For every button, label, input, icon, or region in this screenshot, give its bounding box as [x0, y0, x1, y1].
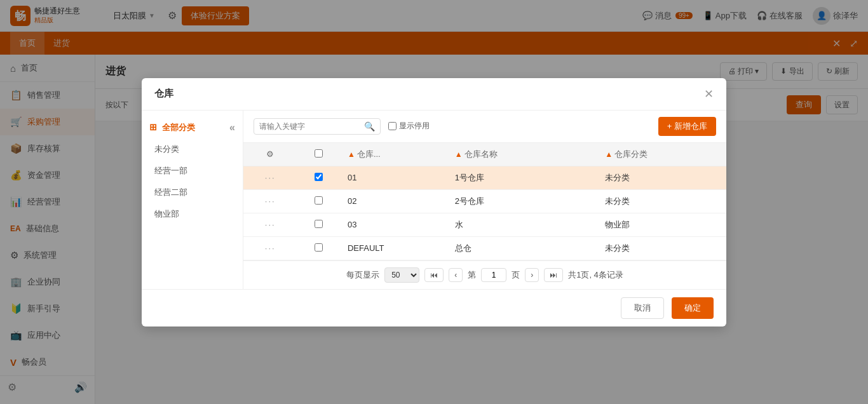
- collapse-icon[interactable]: «: [229, 122, 235, 133]
- modal-table: ⚙ ▲ 仓库... ▲: [243, 143, 726, 260]
- sort-up-icon-2: ▲: [455, 150, 463, 159]
- page-size-label: 每页显示: [346, 269, 379, 281]
- confirm-button[interactable]: 确定: [672, 297, 714, 319]
- grid-icon: ⊞: [149, 122, 157, 132]
- th-name: ▲ 仓库名称: [447, 143, 597, 166]
- row-ops-icon: ···: [265, 220, 276, 229]
- category-operations-1-label: 经营一部: [154, 166, 187, 175]
- row-ops-icon: ···: [265, 173, 276, 182]
- row-checkbox-cell: [297, 166, 340, 189]
- warehouse-modal: 仓库 ✕ ⊞ 全部分类 « 未分类 经营一部: [142, 78, 726, 327]
- th-gear: ⚙: [243, 143, 297, 166]
- row-checkbox[interactable]: [315, 173, 323, 181]
- row-ops-cell: ···: [243, 189, 297, 213]
- search-icon[interactable]: 🔍: [364, 121, 375, 131]
- row-ops-cell: ···: [243, 166, 297, 189]
- category-unclassified[interactable]: 未分类: [142, 138, 243, 160]
- show-disabled-checkbox-label[interactable]: 显示停用: [388, 121, 430, 131]
- th-category-label: 仓库分类: [614, 149, 648, 160]
- category-panel: ⊞ 全部分类 « 未分类 经营一部 经营二部 物业部: [142, 111, 243, 289]
- table-row[interactable]: ··· 01 1号仓库 未分类: [243, 166, 726, 189]
- all-categories-label: 全部分类: [162, 123, 195, 132]
- category-operations-2-label: 经营二部: [154, 187, 187, 197]
- row-name: 水: [447, 213, 597, 236]
- modal-title: 仓库: [154, 88, 173, 100]
- all-categories-item[interactable]: ⊞ 全部分类 «: [142, 117, 243, 138]
- table-body: ··· 01 1号仓库 未分类 ··· 02 2号仓库 未分类 ··· 03 水…: [243, 166, 726, 260]
- row-checkbox-cell: [297, 236, 340, 260]
- show-disabled-checkbox[interactable]: [388, 122, 397, 130]
- table-row[interactable]: ··· 02 2号仓库 未分类: [243, 189, 726, 213]
- category-unclassified-label: 未分类: [154, 144, 179, 154]
- table-row[interactable]: ··· DEFAULT 总仓 未分类: [243, 236, 726, 260]
- row-code: 01: [340, 166, 447, 189]
- row-ops-cell: ···: [243, 236, 297, 260]
- row-code: 02: [340, 189, 447, 213]
- row-checkbox[interactable]: [315, 220, 323, 228]
- page-word: 第: [468, 269, 476, 281]
- row-ops-icon: ···: [265, 243, 276, 253]
- search-box: 🔍: [254, 118, 381, 135]
- category-property-label: 物业部: [154, 209, 179, 219]
- show-disabled-text: 显示停用: [399, 121, 430, 131]
- table-header-row: ⚙ ▲ 仓库... ▲: [243, 143, 726, 166]
- sort-up-icon-3: ▲: [605, 150, 613, 159]
- th-category: ▲ 仓库分类: [597, 143, 726, 166]
- page-input[interactable]: [481, 268, 506, 282]
- search-input[interactable]: [259, 122, 360, 131]
- add-warehouse-button[interactable]: + 新增仓库: [658, 117, 716, 136]
- page-next-button[interactable]: ›: [525, 268, 539, 282]
- row-name: 2号仓库: [447, 189, 597, 213]
- table-pagination: 每页显示 50 100 ⏮ ‹ 第 页 › ⏭ 共1页, 4条记录: [243, 260, 726, 289]
- warehouse-table: ⚙ ▲ 仓库... ▲: [243, 143, 726, 260]
- page-prev-button[interactable]: ‹: [449, 268, 463, 282]
- modal-right-content: 🔍 显示停用 + 新增仓库 ⚙: [243, 111, 726, 289]
- table-row[interactable]: ··· 03 水 物业部: [243, 213, 726, 236]
- cancel-button[interactable]: 取消: [621, 297, 664, 319]
- row-checkbox[interactable]: [315, 196, 323, 205]
- category-operations-2[interactable]: 经营二部: [142, 182, 243, 203]
- category-property[interactable]: 物业部: [142, 203, 243, 225]
- page-last-button[interactable]: ⏭: [544, 268, 563, 282]
- category-operations-1[interactable]: 经营一部: [142, 160, 243, 182]
- row-category: 物业部: [597, 213, 726, 236]
- th-code-label: 仓库...: [357, 149, 381, 160]
- row-category: 未分类: [597, 166, 726, 189]
- row-code: 03: [340, 213, 447, 236]
- select-all-checkbox[interactable]: [315, 149, 323, 158]
- row-category: 未分类: [597, 189, 726, 213]
- sort-up-icon: ▲: [348, 150, 355, 159]
- modal-header: 仓库 ✕: [142, 78, 726, 111]
- page-first-button[interactable]: ⏮: [424, 268, 444, 282]
- modal-body: ⊞ 全部分类 « 未分类 经营一部 经营二部 物业部: [142, 111, 726, 289]
- total-info: 共1页, 4条记录: [568, 269, 623, 281]
- modal-overlay: 仓库 ✕ ⊞ 全部分类 « 未分类 经营一部: [0, 0, 868, 404]
- page-size-select[interactable]: 50 100: [384, 267, 419, 283]
- th-checkbox: [297, 143, 340, 166]
- row-checkbox-cell: [297, 213, 340, 236]
- row-code: DEFAULT: [340, 236, 447, 260]
- modal-toolbar: 🔍 显示停用 + 新增仓库: [243, 111, 726, 143]
- row-ops-cell: ···: [243, 213, 297, 236]
- page-unit: 页: [512, 269, 520, 281]
- modal-close-icon[interactable]: ✕: [704, 87, 714, 101]
- row-checkbox[interactable]: [315, 243, 323, 252]
- row-checkbox-cell: [297, 189, 340, 213]
- row-name: 1号仓库: [447, 166, 597, 189]
- row-category: 未分类: [597, 236, 726, 260]
- th-code: ▲ 仓库...: [340, 143, 447, 166]
- th-name-label: 仓库名称: [465, 149, 498, 160]
- modal-actions: 取消 确定: [142, 289, 726, 327]
- row-name: 总仓: [447, 236, 597, 260]
- row-ops-icon: ···: [265, 196, 276, 206]
